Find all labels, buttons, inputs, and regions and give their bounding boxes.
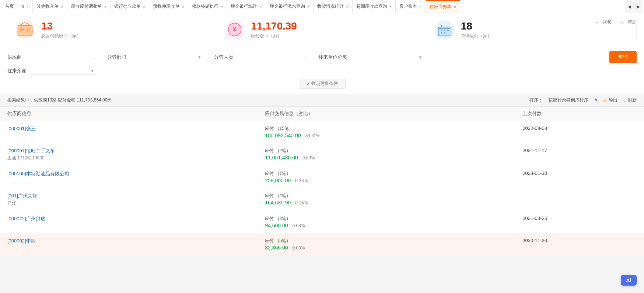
- supplier-link[interactable]: [000012]广州贝瑞: [7, 216, 45, 221]
- person-input[interactable]: [236, 53, 302, 61]
- nav-receipt-verify-label: 收款核销执行: [192, 3, 218, 10]
- person-ellipsis[interactable]: ...: [303, 54, 308, 60]
- col-supplier-info: 供应商信息: [0, 107, 258, 121]
- collapse-btn[interactable]: ∧ 收起更多条件: [299, 79, 346, 89]
- supplier-link[interactable]: [000001]张三: [7, 126, 36, 131]
- summary-suppliers-label: 总应付供应商（家）: [41, 33, 81, 39]
- nav-cash-bank-stat-close[interactable]: ×: [259, 4, 262, 9]
- nav-prepay-ar[interactable]: 预收冲应收单 ×: [149, 0, 188, 13]
- ap-amount[interactable]: 11,051,486.00: [265, 155, 298, 161]
- nav-tab3-close[interactable]: ×: [27, 4, 29, 9]
- nav-receipt-stat[interactable]: 收款情况统计 ×: [314, 0, 352, 13]
- video-icon: ⊙: [595, 20, 599, 25]
- balance-select-wrapper: ▼: [29, 67, 96, 75]
- refresh-btn[interactable]: ○ 刷新: [623, 97, 637, 103]
- export-label: 导出: [609, 97, 617, 103]
- results-actions: 排序： 按应付余额倒序排序 ▼ ○ 导出 ○ 刷新: [529, 97, 637, 103]
- supplier-link[interactable]: [000007]恒旺二手叉车: [7, 148, 55, 154]
- supplier-sub: 仔仔: [7, 200, 250, 206]
- summary-amount-number: 11,170.39: [251, 20, 297, 32]
- refresh-icon: ○: [623, 97, 626, 103]
- sort-dropdown-icon[interactable]: ▼: [594, 98, 598, 102]
- nav-cash-bank-stat[interactable]: 现金银行统计 ×: [227, 0, 266, 13]
- table-row: [001]广州荣轩仔仔应付 （4笔）164,635.900.15%: [0, 188, 644, 211]
- category-input[interactable]: [350, 53, 424, 61]
- nav-other-income-close[interactable]: ×: [61, 4, 63, 9]
- table-row: [000007]恒旺二手叉车王通 17106110000应付 （2笔）11,05…: [0, 143, 644, 166]
- amount-icon: ¥: [224, 19, 245, 40]
- last-payment-date: 2020-11-20: [522, 238, 547, 243]
- total-icon: [434, 19, 455, 40]
- export-btn[interactable]: ○ 导出: [604, 97, 617, 103]
- ap-amount[interactable]: 32,366.00: [265, 245, 288, 251]
- nav-customer-ledger-close[interactable]: ×: [419, 4, 421, 9]
- supplier-input[interactable]: [25, 53, 91, 61]
- video-link[interactable]: 视频: [603, 19, 612, 25]
- summary-bar: 13 总应付供应商（家） ¥ 11,170.39 应付合计（万）: [0, 13, 644, 46]
- last-payment-cell: 2023-01-30: [515, 166, 644, 188]
- last-payment-cell: 2020-11-20: [515, 233, 644, 255]
- last-payment-date: 2021-03-25: [522, 216, 547, 221]
- last-payment-cell: 2021-11-17: [515, 143, 644, 166]
- nav-customer-ledger[interactable]: 客户账本 ×: [396, 0, 426, 13]
- filter-person: 分管人员 ...: [214, 53, 308, 61]
- ap-info-cell: 应付 （5笔）32,366.000.03%: [258, 233, 515, 255]
- nav-next-arrow[interactable]: ▶: [634, 0, 643, 13]
- nav-receipt-verify[interactable]: 收款核销执行 ×: [188, 0, 227, 13]
- nav-receipt-stat-close[interactable]: ×: [346, 4, 348, 9]
- nav-bank-deposit-close[interactable]: ×: [143, 4, 145, 9]
- ap-amount[interactable]: 258,000.00: [265, 177, 291, 183]
- supplier-ellipsis[interactable]: ...: [92, 54, 96, 60]
- nav-ar-ap-adjust[interactable]: 应收应付调整单 ×: [67, 0, 111, 13]
- ap-label: 应付 （15笔）: [265, 125, 508, 132]
- dept-select-wrapper: ▼: [129, 53, 203, 61]
- nav-receipt-verify-close[interactable]: ×: [221, 4, 223, 9]
- supplier-link[interactable]: [000100]本特勤油品有限公司: [7, 171, 69, 176]
- svg-rect-9: [447, 30, 448, 31]
- nav-supplier-ledger-close[interactable]: ×: [454, 5, 456, 9]
- nav-ar-ap-adjust-close[interactable]: ×: [104, 4, 106, 9]
- supplier-link[interactable]: [000002]李四: [7, 238, 36, 244]
- nav-other-income[interactable]: 其他收入单 ×: [33, 0, 67, 13]
- ap-pct: 0.03%: [292, 245, 305, 251]
- top-navigation: 首页 3 × 其他收入单 × 应收应付调整单 × 银行存取款单 × 预收冲应收单…: [0, 0, 644, 13]
- nav-overdue-ar[interactable]: 超期应收款查询 ×: [353, 0, 396, 13]
- nav-supplier-ledger[interactable]: 供应商账本 ×: [426, 0, 460, 13]
- dept-input[interactable]: [129, 53, 203, 61]
- help-link[interactable]: 帮助: [628, 19, 637, 25]
- nav-cash-bank-flow[interactable]: 现金银行流水查询 ×: [266, 0, 314, 13]
- nav-prepay-ar-label: 预收冲应收单: [153, 3, 179, 10]
- last-payment-date: 2022-08-08: [522, 125, 547, 131]
- supplier-info-cell: [000001]张三: [0, 121, 258, 143]
- summary-total-text: 18 总供应商（家）: [461, 20, 492, 39]
- last-payment-date: 2023-01-30: [522, 170, 547, 176]
- nav-cash-bank-stat-label: 现金银行统计: [231, 3, 257, 10]
- search-button[interactable]: 查询: [609, 51, 637, 63]
- summary-amount-text: 11,170.39 应付合计（万）: [251, 20, 297, 39]
- supplier-link[interactable]: [001]广州荣轩: [7, 193, 37, 199]
- balance-input[interactable]: [29, 67, 96, 75]
- nav-home[interactable]: 首页: [1, 0, 18, 13]
- svg-rect-3: [26, 30, 29, 31]
- svg-rect-7: [441, 30, 442, 31]
- ap-pct: 9.89%: [302, 155, 315, 161]
- table-body: [000001]张三应付 （15笔）100,092,540.0089.61%20…: [0, 121, 644, 255]
- table-row: [000012]广州贝瑞应付 （2笔）94,600.000.08%2021-03…: [0, 211, 644, 233]
- ap-amount[interactable]: 94,600.00: [265, 223, 288, 228]
- summary-card-suppliers: 13 总应付供应商（家）: [7, 19, 217, 40]
- nav-tab3[interactable]: 3 ×: [18, 0, 33, 13]
- sort-value[interactable]: 按应付余额倒序排序: [549, 97, 588, 103]
- nav-overdue-ar-label: 超期应收款查询: [356, 3, 387, 10]
- nav-cash-bank-flow-close[interactable]: ×: [307, 4, 309, 9]
- nav-prepay-ar-close[interactable]: ×: [182, 4, 184, 9]
- nav-bank-deposit[interactable]: 银行存取款单 ×: [111, 0, 149, 13]
- ai-badge[interactable]: Ai: [621, 275, 637, 286]
- ap-amount[interactable]: 100,092,540.00: [265, 132, 301, 138]
- col-ap-info: 应付交易信息（占比）: [258, 107, 515, 121]
- nav-prev-arrow[interactable]: ◀: [625, 0, 634, 13]
- nav-receipt-stat-label: 收款情况统计: [317, 3, 344, 10]
- results-bar: 搜索结果中，供应商13家 应付金额 111,703,854.00元 排序： 按应…: [0, 94, 644, 107]
- ap-pct: 0.08%: [292, 223, 305, 228]
- nav-overdue-ar-close[interactable]: ×: [389, 4, 392, 9]
- ap-amount[interactable]: 164,635.90: [265, 200, 291, 206]
